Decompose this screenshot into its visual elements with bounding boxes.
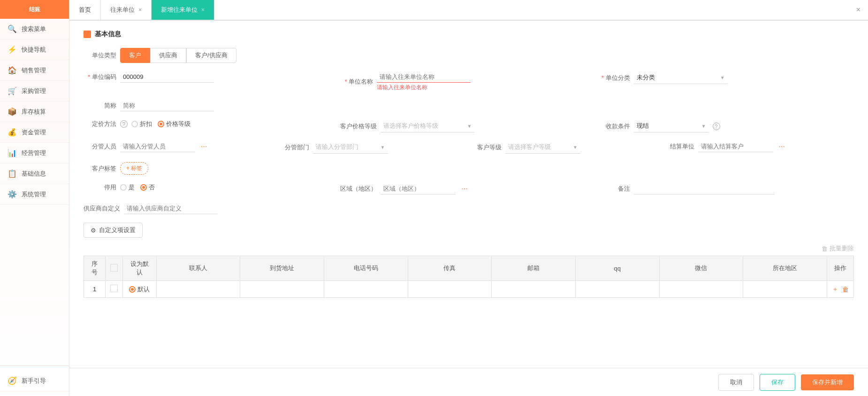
unit-name-input[interactable] bbox=[377, 71, 471, 83]
email-input[interactable] bbox=[496, 286, 571, 293]
unit-btn-supplier[interactable]: 供应商 bbox=[150, 48, 186, 63]
payment-terms-value: 现结 bbox=[637, 122, 649, 130]
pricing-discount-option[interactable]: 折扣 bbox=[131, 120, 152, 128]
customer-level-placeholder: 请选择客户等级 bbox=[508, 143, 551, 151]
phone-input[interactable] bbox=[329, 286, 403, 293]
sidebar-item-purchase[interactable]: 🛒 采购管理 bbox=[0, 81, 69, 101]
settlement-unit-dots[interactable]: ··· bbox=[777, 142, 787, 151]
td-contact[interactable] bbox=[156, 281, 240, 298]
unit-category-group: 单位分类 未分类 ▼ bbox=[597, 71, 854, 84]
sidebar-item-quicknav[interactable]: ⚡ 快捷导航 bbox=[0, 39, 69, 60]
settlement-unit-input[interactable] bbox=[698, 141, 773, 152]
unit-code-input[interactable] bbox=[120, 71, 214, 83]
batch-delete-area: 🗑 批量删除 bbox=[84, 244, 854, 253]
disabled-no-radio[interactable] bbox=[140, 184, 147, 191]
sidebar-item-basic[interactable]: 📋 基础信息 bbox=[0, 163, 69, 184]
customer-level-select[interactable]: 请选择客户等级 ▼ bbox=[505, 141, 580, 154]
manager-row: 分管人员 ··· 分管部门 请输入分管部门 ▼ 客户等级 请选择客户等级 ▼ 结… bbox=[84, 141, 854, 154]
manager-dots[interactable]: ··· bbox=[199, 142, 209, 151]
sidebar-item-operations[interactable]: 📊 经营管理 bbox=[0, 143, 69, 163]
default-radio-option[interactable]: 默认 bbox=[128, 285, 152, 294]
th-actions: 操作 bbox=[827, 256, 853, 281]
default-radio[interactable] bbox=[129, 286, 136, 293]
td-qq[interactable] bbox=[575, 281, 659, 298]
short-name-label: 简称 bbox=[84, 101, 116, 110]
unit-btn-customer[interactable]: 客户 bbox=[120, 48, 150, 63]
sidebar-item-system[interactable]: ⚙️ 系统管理 bbox=[0, 184, 69, 205]
trash-icon: 🗑 bbox=[822, 245, 828, 252]
pricing-method-group: 定价方法 ? 折扣 价格等级 bbox=[84, 120, 340, 128]
disabled-row: 停用 是 否 区域（地区） ··· 备注 bbox=[84, 183, 854, 194]
pricing-level-radio[interactable] bbox=[158, 121, 164, 127]
sidebar-item-guide[interactable]: 🧭 新手引导 bbox=[0, 371, 69, 391]
tab-new-partner-close[interactable]: × bbox=[201, 7, 205, 13]
delete-row-icon[interactable]: 🗑 bbox=[842, 286, 849, 293]
disabled-no-option[interactable]: 否 bbox=[140, 183, 155, 192]
tab-bar-close[interactable]: × bbox=[849, 0, 868, 20]
supplier-custom-group: 供应商自定义 bbox=[84, 203, 854, 214]
inventory-icon: 📦 bbox=[8, 107, 17, 116]
batch-delete-label[interactable]: 批量删除 bbox=[830, 244, 854, 253]
supplier-custom-input[interactable] bbox=[124, 203, 218, 214]
td-email[interactable] bbox=[492, 281, 576, 298]
qq-input[interactable] bbox=[580, 286, 655, 293]
custom-settings-button[interactable]: ⚙ 自定义项设置 bbox=[84, 223, 143, 238]
td-phone[interactable] bbox=[324, 281, 408, 298]
short-name-group: 简称 bbox=[84, 100, 854, 111]
td-fax[interactable] bbox=[408, 281, 492, 298]
row-checkbox[interactable] bbox=[110, 285, 118, 292]
sidebar-item-sales[interactable]: 🏠 销售管理 bbox=[0, 60, 69, 81]
tab-home[interactable]: 首页 bbox=[69, 0, 101, 20]
disabled-no-label: 否 bbox=[149, 183, 155, 192]
disabled-yes-option[interactable]: 是 bbox=[120, 183, 135, 192]
pricing-help-icon[interactable]: ? bbox=[120, 120, 128, 128]
tab-partners[interactable]: 往来单位 × bbox=[101, 0, 152, 20]
sidebar-item-search[interactable]: 🔍 搜索菜单 bbox=[0, 19, 69, 39]
department-select[interactable]: 请输入分管部门 ▼ bbox=[313, 141, 388, 154]
tab-partners-close[interactable]: × bbox=[138, 7, 142, 13]
region-table-input[interactable] bbox=[748, 286, 822, 293]
pricing-row: 定价方法 ? 折扣 价格等级 客户价格等级 请选择客户价格等级 bbox=[84, 120, 854, 132]
default-label: 默认 bbox=[137, 285, 150, 294]
region-group: 区域（地区） ··· bbox=[340, 183, 597, 194]
remark-input[interactable] bbox=[634, 183, 775, 194]
add-tag-button[interactable]: + 标签 bbox=[120, 162, 148, 175]
cancel-button[interactable]: 取消 bbox=[718, 374, 754, 391]
save-new-button[interactable]: 保存并新增 bbox=[801, 374, 854, 390]
region-input[interactable] bbox=[381, 183, 456, 194]
disabled-yes-radio[interactable] bbox=[120, 184, 127, 191]
payment-terms-select[interactable]: 现结 ▼ bbox=[634, 120, 709, 132]
unit-category-select[interactable]: 未分类 ▼ bbox=[634, 71, 728, 84]
td-region[interactable] bbox=[743, 281, 827, 298]
pricing-discount-radio[interactable] bbox=[131, 121, 138, 127]
contact-input[interactable] bbox=[161, 286, 236, 293]
sidebar-item-finance[interactable]: 💰 资金管理 bbox=[0, 122, 69, 143]
region-dots[interactable]: ··· bbox=[459, 185, 469, 193]
select-all-checkbox[interactable] bbox=[110, 264, 118, 272]
payment-terms-help-icon[interactable]: ? bbox=[713, 123, 720, 130]
customer-price-level-select[interactable]: 请选择客户价格等级 ▼ bbox=[381, 120, 474, 132]
td-address[interactable] bbox=[240, 281, 324, 298]
wechat-input[interactable] bbox=[664, 286, 739, 293]
shortname-row: 简称 bbox=[84, 100, 854, 111]
tab-new-partner[interactable]: 新增往来单位 × bbox=[152, 0, 214, 20]
add-row-icon[interactable]: ＋ bbox=[832, 285, 838, 294]
footer-bar: 取消 保存 保存并新增 bbox=[69, 368, 868, 396]
th-qq: qq bbox=[575, 256, 659, 281]
short-name-input[interactable] bbox=[120, 100, 214, 111]
fax-input[interactable] bbox=[413, 286, 487, 293]
sidebar-item-inventory[interactable]: 📦 库存核算 bbox=[0, 101, 69, 122]
remark-label: 备注 bbox=[597, 185, 630, 193]
manager-input[interactable] bbox=[120, 141, 195, 152]
th-checkbox bbox=[106, 256, 123, 281]
td-wechat[interactable] bbox=[659, 281, 743, 298]
th-default: 设为默认 bbox=[123, 256, 157, 281]
pricing-level-option[interactable]: 价格等级 bbox=[158, 120, 190, 128]
unit-btn-both[interactable]: 客户/供应商 bbox=[186, 48, 236, 63]
address-input[interactable] bbox=[245, 286, 319, 293]
department-placeholder: 请输入分管部门 bbox=[316, 143, 358, 151]
custom-settings-label: 自定义项设置 bbox=[99, 226, 136, 234]
table-row: 1 默认 bbox=[84, 281, 854, 298]
save-button[interactable]: 保存 bbox=[760, 374, 795, 391]
th-phone: 电话号码 bbox=[324, 256, 408, 281]
